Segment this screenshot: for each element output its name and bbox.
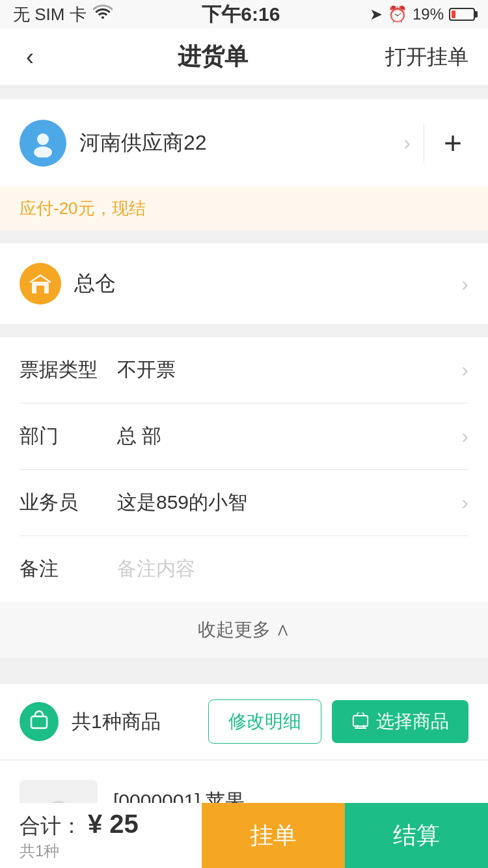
department-row[interactable]: 部门 总 部 › <box>0 403 488 469</box>
status-bar: 无 SIM 卡 下午6:16 ➤ ⏰ 19% <box>0 0 488 29</box>
warehouse-section: 总仓 › <box>0 243 488 324</box>
status-time: 下午6:16 <box>202 1 280 28</box>
select-product-button[interactable]: 选择商品 <box>332 700 468 743</box>
salesperson-value: 这是859的小智 <box>111 489 461 516</box>
supplier-section: 河南供应商22 › + 应付-20元，现结 <box>0 99 488 230</box>
product-header: 共1种商品 修改明细 选择商品 <box>0 684 488 759</box>
total-amount: ¥ 25 <box>88 809 139 838</box>
warehouse-chevron-icon: › <box>461 272 468 296</box>
remark-input[interactable]: 备注内容 <box>111 556 468 582</box>
invoice-type-value: 不开票 <box>111 357 461 383</box>
salesperson-label: 业务员 <box>20 489 111 516</box>
add-supplier-button[interactable]: + <box>437 118 468 167</box>
page-title: 进货单 <box>178 41 248 73</box>
warehouse-name: 总仓 <box>74 269 461 298</box>
nav-bar: ‹ 进货单 打开挂单 <box>0 29 488 86</box>
product-section-icon <box>20 702 59 741</box>
confirm-button[interactable]: 结算 <box>345 803 488 868</box>
status-right: ➤ ⏰ 19% <box>370 5 475 23</box>
svg-rect-5 <box>353 716 368 726</box>
svg-rect-4 <box>31 716 47 728</box>
open-pending-button[interactable]: 打开挂单 <box>385 43 468 72</box>
warehouse-icon <box>20 263 61 305</box>
select-product-label: 选择商品 <box>376 709 449 734</box>
footer-total-main: 合计： ¥ 25 <box>20 809 182 841</box>
sep1 <box>0 86 488 99</box>
form-section: 票据类型 不开票 › 部门 总 部 › 业务员 这是859的小智 › 备注 备注… <box>0 337 488 602</box>
salesperson-row[interactable]: 业务员 这是859的小智 › <box>0 470 488 536</box>
carrier-text: 无 SIM 卡 <box>13 3 87 26</box>
status-left: 无 SIM 卡 <box>13 3 113 26</box>
department-value: 总 部 <box>111 423 461 450</box>
supplier-chevron-icon: › <box>403 131 411 155</box>
sep4 <box>0 658 488 671</box>
invoice-type-label: 票据类型 <box>20 357 111 383</box>
battery-percent: 19% <box>413 5 444 23</box>
warehouse-row[interactable]: 总仓 › <box>0 243 488 324</box>
wifi-icon <box>93 5 113 25</box>
notice-bar: 应付-20元，现结 <box>0 187 488 230</box>
back-button[interactable]: ‹ <box>20 37 40 77</box>
footer-total-section: 合计： ¥ 25 共1种 <box>0 803 202 868</box>
location-icon: ➤ <box>370 5 383 23</box>
battery-icon <box>449 8 475 21</box>
svg-rect-3 <box>36 286 44 293</box>
remark-row[interactable]: 备注 备注内容 <box>0 536 488 602</box>
footer-count-label: 共1种 <box>20 841 182 861</box>
supplier-name: 河南供应商22 <box>79 129 403 157</box>
sep3 <box>0 324 488 337</box>
edit-detail-button[interactable]: 修改明细 <box>208 699 321 744</box>
supplier-row[interactable]: 河南供应商22 › + <box>0 99 488 187</box>
sep2 <box>0 230 488 243</box>
department-label: 部门 <box>20 423 111 450</box>
invoice-type-chevron-icon: › <box>461 358 468 382</box>
invoice-type-row[interactable]: 票据类型 不开票 › <box>0 337 488 403</box>
svg-point-0 <box>37 133 49 145</box>
alarm-icon: ⏰ <box>388 5 407 23</box>
product-count-label: 共1种商品 <box>72 709 208 735</box>
salesperson-chevron-icon: › <box>461 491 468 515</box>
footer: 合计： ¥ 25 共1种 挂单 结算 <box>0 803 488 868</box>
collapse-bar[interactable]: 收起更多 ∧ <box>0 602 488 658</box>
supplier-avatar <box>20 120 66 167</box>
total-label: 合计： <box>20 814 82 837</box>
svg-point-1 <box>34 146 52 157</box>
pending-button[interactable]: 挂单 <box>202 803 345 868</box>
divider <box>424 124 424 163</box>
remark-label: 备注 <box>20 556 111 582</box>
department-chevron-icon: › <box>461 424 468 448</box>
